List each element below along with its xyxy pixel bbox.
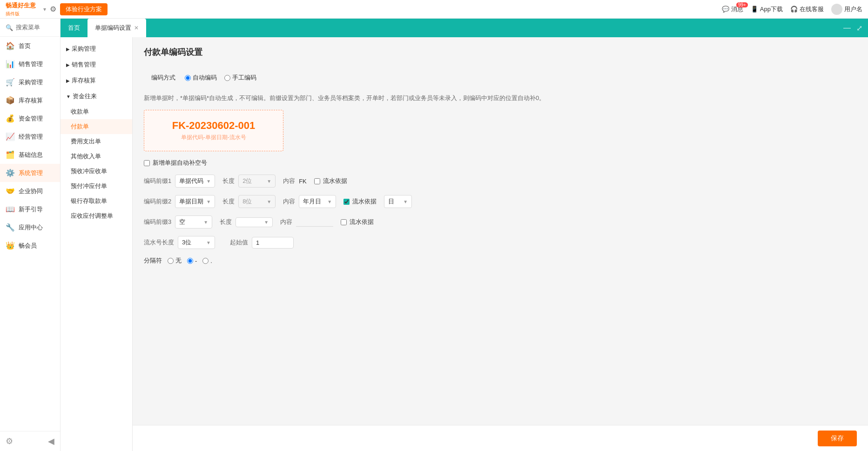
prefix2-content-select[interactable]: 年月日 ▼ [299, 195, 336, 208]
user-menu[interactable]: 用户名 [831, 4, 862, 15]
tab-home[interactable]: 首页 [61, 19, 87, 37]
tab-minimize-icon[interactable]: — [843, 24, 851, 32]
chevron-right-icon: ▶ [66, 62, 70, 67]
sub-item-receipt[interactable]: 收款单 [61, 104, 132, 119]
chevron-down-icon: ▼ [206, 199, 211, 204]
main-layout: 🔍 搜索菜单 🏠 首页 📊 销售管理 🛒 采购管理 📦 库存核算 💰 资金管理 … [0, 19, 868, 451]
prefix2-length-label: 长度 [222, 197, 235, 206]
basic-icon: 🗂️ [6, 150, 15, 159]
radio-auto[interactable]: 自动编码 [185, 74, 217, 82]
operations-icon: 📈 [6, 132, 15, 141]
sub-item-payment[interactable]: 付款单 [61, 119, 132, 134]
trial-btn[interactable]: 体验行业方案 [60, 3, 108, 15]
purchase-icon: 🛒 [6, 78, 15, 87]
sub-group-sales-header[interactable]: ▶ 销售管理 [61, 57, 132, 73]
tab-encoding[interactable]: 单据编码设置 ✕ [87, 19, 146, 37]
sidebar-item-sales[interactable]: 📊 销售管理 [0, 55, 60, 73]
prefix1-content-label: 内容 [283, 177, 295, 185]
left-nav-bottom: ⚙ ◀ [0, 431, 60, 451]
content-panel: 付款单编码设置 编码方式 自动编码 手工编码 [133, 37, 868, 451]
sub-item-advance-payment[interactable]: 预付冲应付单 [61, 179, 132, 194]
prefix2-serial-label: 流水依据 [352, 197, 377, 206]
sub-item-advance-receipt[interactable]: 预收冲应收单 [61, 164, 132, 179]
prefix3-select[interactable]: 空 ▼ [175, 215, 212, 229]
serial-length-label: 流水号长度 [144, 238, 174, 247]
prefix3-serial-checkbox[interactable] [341, 219, 347, 225]
sidebar-item-operations[interactable]: 📈 经营管理 [0, 128, 60, 146]
chevron-down-icon: ▼ [66, 94, 71, 99]
sub-group-purchase-header[interactable]: ▶ 采购管理 [61, 41, 132, 57]
sidebar-item-system[interactable]: ⚙️ 系统管理 [0, 164, 60, 182]
inner-layout: ▶ 采购管理 ▶ 销售管理 ▶ 库存核算 [61, 37, 868, 451]
sub-item-expense[interactable]: 费用支出单 [61, 134, 132, 149]
sidebar-item-home[interactable]: 🏠 首页 [0, 37, 60, 55]
separator-row: 分隔符 无 - . [144, 256, 857, 265]
prefix2-length-field: 长度 8位 ▼ [222, 195, 276, 208]
prefix2-select[interactable]: 单据日期 ▼ [175, 195, 215, 208]
prefix2-granularity-select[interactable]: 日 ▼ [384, 195, 412, 208]
auto-fill-checkbox[interactable] [144, 160, 150, 166]
chevron-down-icon: ▼ [206, 179, 211, 184]
apps-icon: 🔧 [6, 223, 15, 232]
prefix1-serial-checkbox[interactable] [314, 178, 320, 184]
sub-group-inventory-header[interactable]: ▶ 库存核算 [61, 73, 132, 88]
radio-manual[interactable]: 手工编码 [224, 74, 256, 82]
nav-collapse-icon[interactable]: ◀ [48, 436, 54, 446]
prefix1-select[interactable]: 单据代码 ▼ [175, 175, 215, 188]
prefix3-content-input[interactable] [296, 217, 333, 227]
top-bar: 畅通好生意 插件版 ▾ ⚙ 体验行业方案 💬 消息 99+ 📱 App下载 🎧 … [0, 0, 868, 19]
sub-item-receivable-adjust[interactable]: 应收应付调整单 [61, 209, 132, 223]
sidebar-item-cooperation[interactable]: 🤝 企业协同 [0, 182, 60, 200]
sub-item-bank-deposit[interactable]: 银行存取款单 [61, 194, 132, 209]
sidebar-item-finance[interactable]: 💰 资金管理 [0, 109, 60, 128]
prefix3-length-select[interactable]: ▼ [236, 217, 273, 227]
cooperation-icon: 🤝 [6, 187, 15, 195]
sub-item-other-income[interactable]: 其他收入单 [61, 149, 132, 164]
settings-icon[interactable]: ⚙ [50, 5, 56, 13]
sub-group-capital-header[interactable]: ▼ 资金往来 [61, 88, 132, 104]
serial-length-select[interactable]: 3位 ▼ [178, 236, 215, 249]
tab-expand-icon[interactable]: ⤢ [856, 24, 862, 33]
sales-icon: 📊 [6, 60, 15, 68]
app-download-btn[interactable]: 📱 App下载 [751, 5, 783, 13]
member-icon: 👑 [6, 241, 15, 250]
chevron-down-icon: ▼ [206, 240, 211, 245]
prefix3-content-field: 内容 [280, 217, 333, 227]
prefix1-length-label: 长度 [222, 177, 235, 185]
message-btn[interactable]: 💬 消息 99+ [722, 5, 743, 13]
sub-group-purchase: ▶ 采购管理 [61, 41, 132, 57]
prefix1-field: 编码前缀1 单据代码 ▼ [144, 175, 215, 188]
chevron-right-icon: ▶ [66, 47, 70, 52]
workspace-dropdown[interactable]: ▾ [43, 6, 46, 13]
info-text: 新增单据时，*单据编码*自动生成，不可编辑。前缀设置为部门、业务员等档案类，开单… [144, 94, 857, 102]
prefix1-length-select: 2位 ▼ [238, 175, 276, 188]
prefix2-serial-checkbox[interactable] [343, 199, 350, 205]
sidebar-item-member[interactable]: 👑 畅会员 [0, 236, 60, 255]
sidebar-item-apps[interactable]: 🔧 应用中心 [0, 218, 60, 236]
prefix3-content-label: 内容 [280, 218, 292, 226]
prefix1-serial-label: 流水依据 [323, 177, 347, 185]
chevron-down-icon: ▼ [403, 199, 408, 204]
nav-settings-icon[interactable]: ⚙ [6, 436, 13, 446]
search-menu[interactable]: 🔍 搜索菜单 [0, 19, 60, 37]
separator-none[interactable]: 无 [168, 256, 182, 265]
sidebar-item-purchase[interactable]: 🛒 采购管理 [0, 73, 60, 91]
tab-bar-actions: — ⤢ [843, 24, 868, 33]
guide-icon: 📖 [6, 205, 15, 214]
tab-close-icon[interactable]: ✕ [134, 25, 139, 31]
start-value-input[interactable] [252, 237, 294, 249]
avatar [831, 4, 842, 15]
prefix1-content-field: 内容 FK [283, 177, 307, 185]
separator-dot[interactable]: . [202, 257, 212, 264]
save-button[interactable]: 保存 [818, 431, 857, 446]
prefix3-row: 编码前缀3 空 ▼ 长度 ▼ [144, 215, 857, 229]
customer-service-btn[interactable]: 🎧 在线客服 [790, 5, 824, 13]
separator-label: 分隔符 [144, 256, 162, 265]
sidebar-item-guide[interactable]: 📖 新手引导 [0, 200, 60, 218]
sidebar-item-inventory[interactable]: 📦 库存核算 [0, 91, 60, 109]
serial-row: 流水号长度 3位 ▼ 起始值 [144, 236, 857, 249]
sidebar-item-basic[interactable]: 🗂️ 基础信息 [0, 146, 60, 164]
separator-dash[interactable]: - [187, 257, 197, 264]
encoding-method-row: 编码方式 自动编码 手工编码 [144, 69, 857, 87]
prefix2-row: 编码前缀2 单据日期 ▼ 长度 8位 ▼ [144, 195, 857, 208]
